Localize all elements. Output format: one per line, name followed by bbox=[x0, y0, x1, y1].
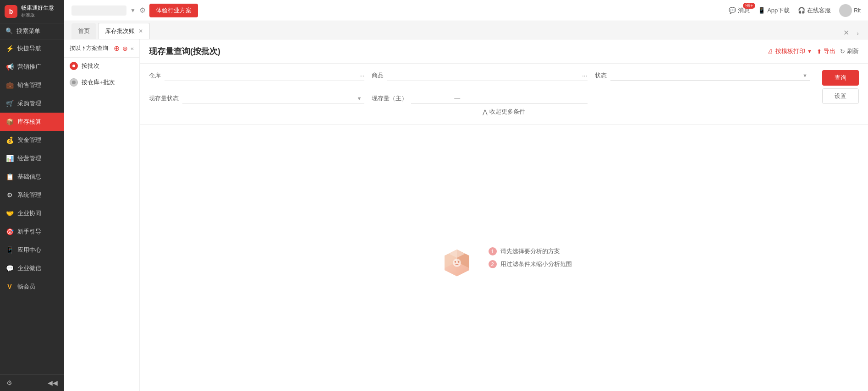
main-panel: 现存量查询(按批次) 🖨 按模板打印 ▼ ⬆ 导出 ↻ 刷新 bbox=[140, 39, 868, 391]
experience-btn[interactable]: 体验行业方案 bbox=[149, 4, 198, 17]
search-menu-label: 搜索菜单 bbox=[16, 27, 40, 35]
print-dropdown-icon[interactable]: ▼ bbox=[807, 49, 812, 54]
sidebar-item-marketing[interactable]: 📢 营销推广 bbox=[0, 58, 64, 76]
scheme-header-icons: ⊕ ⊛ « bbox=[114, 44, 134, 53]
phone-icon: 📱 bbox=[758, 7, 765, 14]
sidebar-item-sales[interactable]: 💼 销售管理 bbox=[0, 76, 64, 94]
scheme-item-by-warehouse-batch[interactable]: 按仓库+批次 bbox=[64, 74, 139, 91]
print-btn[interactable]: 🖨 按模板打印 ▼ bbox=[768, 47, 812, 55]
inventory-amount-to[interactable] bbox=[464, 95, 500, 102]
empty-content: 1 请先选择要分析的方案 2 用过滤条件来缩小分析范围 bbox=[436, 237, 572, 278]
settings-scheme-icon[interactable]: ⊛ bbox=[122, 45, 128, 52]
warehouse-input[interactable] bbox=[165, 70, 359, 81]
filter-goods: 商品 ··· bbox=[372, 70, 587, 81]
scheme-header-label: 按以下方案查询 bbox=[70, 44, 108, 52]
add-scheme-icon[interactable]: ⊕ bbox=[114, 44, 120, 53]
sidebar-item-weixin[interactable]: 💬 企业微信 bbox=[0, 259, 64, 277]
page-header-actions: 🖨 按模板打印 ▼ ⬆ 导出 ↻ 刷新 bbox=[768, 47, 859, 62]
collapse-sidebar-icon[interactable]: ◀◀ bbox=[48, 379, 58, 386]
sidebar-item-purchase[interactable]: 🛒 采购管理 bbox=[0, 94, 64, 113]
tab-close-icon[interactable]: ✕ bbox=[138, 28, 143, 34]
messages-count: 99+ bbox=[743, 3, 755, 9]
refresh-label: 刷新 bbox=[847, 47, 859, 55]
tab-batch-label: 库存批次账 bbox=[105, 27, 135, 35]
warehouse-dots[interactable]: ··· bbox=[359, 72, 365, 79]
collapse-label: 收起更多条件 bbox=[489, 108, 525, 116]
scheme-item-by-batch[interactable]: 按批次 bbox=[64, 58, 139, 74]
print-icon: 🖨 bbox=[768, 48, 774, 55]
tab-batch-account[interactable]: 库存批次账 ✕ bbox=[98, 23, 150, 39]
system-icon: ⚙ bbox=[5, 191, 14, 199]
collapse-more-btn[interactable]: ⋀ 收起更多条件 bbox=[149, 104, 859, 118]
sidebar-item-inventory[interactable]: 📦 库存核算 bbox=[0, 113, 64, 131]
sidebar-footer: ⚙ ◀◀ bbox=[0, 374, 64, 391]
export-btn[interactable]: ⬆ 导出 bbox=[817, 47, 835, 55]
inventory-amount-from[interactable] bbox=[414, 95, 450, 102]
inv-status-dropdown-icon: ▼ bbox=[357, 96, 362, 101]
sidebar-item-finance[interactable]: 💰 资金管理 bbox=[0, 131, 64, 149]
panel-arrow-icon[interactable]: › bbox=[855, 28, 861, 39]
topbar-search-input[interactable] bbox=[71, 5, 126, 16]
refresh-btn[interactable]: ↻ 刷新 bbox=[840, 47, 859, 55]
app-download-item[interactable]: 📱 App下载 bbox=[758, 6, 790, 15]
status-label: 状态 bbox=[595, 71, 607, 80]
sidebar-item-operations[interactable]: 📊 经营管理 bbox=[0, 149, 64, 168]
sidebar-header: b 畅康通好生意 标准版 bbox=[0, 0, 64, 23]
settings-footer-icon[interactable]: ⚙ bbox=[6, 379, 12, 386]
sidebar-item-vip[interactable]: V 畅会员 bbox=[0, 277, 64, 296]
scheme-label-batch: 按批次 bbox=[82, 62, 99, 70]
hint-num-1: 1 bbox=[489, 247, 497, 255]
sidebar-item-label: 企业协同 bbox=[17, 209, 41, 217]
app-version: 标准版 bbox=[21, 12, 54, 18]
goods-dots[interactable]: ··· bbox=[582, 72, 588, 79]
empty-state: 1 请先选择要分析的方案 2 用过滤条件来缩小分析范围 bbox=[140, 125, 868, 391]
inventory-status-select[interactable]: ▼ bbox=[182, 94, 364, 103]
sidebar-item-label: 营销推广 bbox=[17, 63, 41, 71]
sidebar-item-system[interactable]: ⚙ 系统管理 bbox=[0, 186, 64, 204]
tab-home[interactable]: 首页 bbox=[71, 23, 96, 39]
customer-service-item[interactable]: 🎧 在线客服 bbox=[798, 6, 831, 15]
svg-point-4 bbox=[453, 259, 461, 267]
basic-icon: 📋 bbox=[5, 173, 14, 181]
set-btn[interactable]: 设置 bbox=[822, 88, 859, 104]
company-name: 畅康通好生意 bbox=[21, 5, 54, 12]
content-area: 按以下方案查询 ⊕ ⊛ « 按批次 按仓库+批次 bbox=[64, 39, 868, 391]
goods-input[interactable] bbox=[387, 70, 582, 81]
finance-icon: 💰 bbox=[5, 136, 14, 144]
sidebar-item-enterprise[interactable]: 🤝 企业协同 bbox=[0, 204, 64, 223]
collapse-scheme-btn[interactable]: « bbox=[131, 45, 134, 52]
sidebar-search[interactable]: 🔍 搜索菜单 bbox=[0, 23, 64, 39]
operations-icon: 📊 bbox=[5, 154, 14, 163]
status-dropdown-icon: ▼ bbox=[802, 73, 808, 78]
sidebar-item-shortcut[interactable]: ⚡ 快捷导航 bbox=[0, 39, 64, 58]
topbar-dropdown-arrow[interactable]: ▼ bbox=[130, 7, 136, 14]
user-profile[interactable]: Rit bbox=[839, 4, 861, 17]
close-panel-btn[interactable]: ✕ bbox=[840, 27, 853, 39]
page-title: 现存量查询(按批次) bbox=[149, 46, 220, 63]
hint-num-2: 2 bbox=[489, 260, 497, 268]
sidebar-item-label: 应用中心 bbox=[17, 246, 41, 254]
sidebar-item-label: 销售管理 bbox=[17, 81, 41, 89]
collapse-icon: ⋀ bbox=[483, 109, 488, 115]
sidebar-item-guide[interactable]: 🎯 新手引导 bbox=[0, 223, 64, 241]
sidebar-item-label: 新手引导 bbox=[17, 228, 41, 236]
query-btn[interactable]: 查询 bbox=[822, 70, 859, 86]
empty-hint-2: 2 用过滤条件来缩小分析范围 bbox=[489, 260, 572, 268]
scheme-label-warehouse-batch: 按仓库+批次 bbox=[82, 78, 115, 87]
hint-text-1: 请先选择要分析的方案 bbox=[500, 247, 560, 255]
purchase-icon: 🛒 bbox=[5, 99, 14, 108]
status-select[interactable]: ▼ bbox=[610, 71, 810, 81]
messages-badge[interactable]: 💬 消息 99+ bbox=[729, 6, 750, 15]
sidebar-item-appstore[interactable]: 📱 应用中心 bbox=[0, 241, 64, 259]
sidebar-item-label: 经营管理 bbox=[17, 154, 41, 163]
filter-warehouse: 仓库 ··· bbox=[149, 70, 364, 81]
filter-inventory-status: 现存量状态 ▼ bbox=[149, 94, 364, 103]
sidebar-item-basic[interactable]: 📋 基础信息 bbox=[0, 168, 64, 186]
guide-icon: 🎯 bbox=[5, 228, 14, 236]
vip-icon: V bbox=[5, 282, 14, 291]
app-download-label: App下载 bbox=[767, 6, 790, 15]
topbar-gear-icon[interactable]: ⚙ bbox=[139, 6, 146, 15]
export-icon: ⬆ bbox=[817, 48, 822, 55]
warehouse-input-wrapper: ··· bbox=[165, 70, 364, 81]
sidebar-item-label: 系统管理 bbox=[17, 191, 41, 199]
